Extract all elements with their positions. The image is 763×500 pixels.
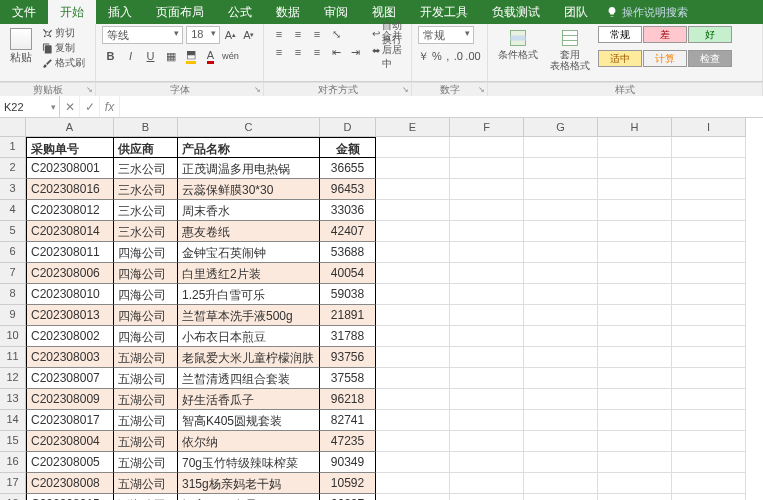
row-header-1[interactable]: 1 — [0, 137, 26, 158]
cell-13D[interactable]: 96218 — [320, 389, 376, 410]
cell-17A[interactable]: C202308008 — [26, 473, 114, 494]
cell-13B[interactable]: 五湖公司 — [114, 389, 178, 410]
cell-16B[interactable]: 五湖公司 — [114, 452, 178, 473]
cell-4B[interactable]: 三水公司 — [114, 200, 178, 221]
cell-14D[interactable]: 82741 — [320, 410, 376, 431]
cell-10B[interactable]: 四海公司 — [114, 326, 178, 347]
cell-6G[interactable] — [524, 242, 598, 263]
cell-5E[interactable] — [376, 221, 450, 242]
cell-9C[interactable]: 兰皙草本洗手液500g — [178, 305, 320, 326]
cell-1I[interactable] — [672, 137, 746, 158]
cell-1F[interactable] — [450, 137, 524, 158]
cell-1E[interactable] — [376, 137, 450, 158]
cell-5D[interactable]: 42407 — [320, 221, 376, 242]
comma-button[interactable]: , — [445, 47, 452, 65]
cell-style-适中[interactable]: 适中 — [598, 50, 642, 67]
tab-数据[interactable]: 数据 — [264, 0, 312, 24]
cell-3H[interactable] — [598, 179, 672, 200]
cell-style-检查[interactable]: 检查 — [688, 50, 732, 67]
cell-8D[interactable]: 59038 — [320, 284, 376, 305]
cell-14G[interactable] — [524, 410, 598, 431]
row-header-7[interactable]: 7 — [0, 263, 26, 284]
cell-11A[interactable]: C202308003 — [26, 347, 114, 368]
cell-18D[interactable]: 66207 — [320, 494, 376, 500]
cell-6A[interactable]: C202308011 — [26, 242, 114, 263]
align-middle-button[interactable]: ≡ — [289, 26, 307, 42]
cell-2C[interactable]: 正茂调温多用电热锅 — [178, 158, 320, 179]
row-header-17[interactable]: 17 — [0, 473, 26, 494]
tab-团队[interactable]: 团队 — [552, 0, 600, 24]
cell-13H[interactable] — [598, 389, 672, 410]
cell-7E[interactable] — [376, 263, 450, 284]
cell-18H[interactable] — [598, 494, 672, 500]
cell-16D[interactable]: 90349 — [320, 452, 376, 473]
cell-11F[interactable] — [450, 347, 524, 368]
cell-17I[interactable] — [672, 473, 746, 494]
cell-8B[interactable]: 四海公司 — [114, 284, 178, 305]
cell-13E[interactable] — [376, 389, 450, 410]
orientation-button[interactable]: ⤡ — [327, 26, 345, 42]
row-header-8[interactable]: 8 — [0, 284, 26, 305]
col-header-H[interactable]: H — [598, 118, 672, 137]
font-color-button[interactable]: A — [202, 47, 220, 65]
cell-10C[interactable]: 小布衣日本煎豆 — [178, 326, 320, 347]
cell-1D[interactable]: 金额 — [320, 137, 376, 158]
cell-8I[interactable] — [672, 284, 746, 305]
tab-页面布局[interactable]: 页面布局 — [144, 0, 216, 24]
tab-开始[interactable]: 开始 — [48, 0, 96, 24]
cell-12I[interactable] — [672, 368, 746, 389]
fill-color-button[interactable]: ⬒ — [182, 47, 200, 65]
cell-1H[interactable] — [598, 137, 672, 158]
cell-5B[interactable]: 三水公司 — [114, 221, 178, 242]
cell-17H[interactable] — [598, 473, 672, 494]
cell-3B[interactable]: 三水公司 — [114, 179, 178, 200]
row-header-10[interactable]: 10 — [0, 326, 26, 347]
cell-11I[interactable] — [672, 347, 746, 368]
cell-11B[interactable]: 五湖公司 — [114, 347, 178, 368]
indent-left-button[interactable]: ⇤ — [327, 44, 345, 60]
cell-9I[interactable] — [672, 305, 746, 326]
cell-11C[interactable]: 老鼠爱大米儿童柠檬润肤 — [178, 347, 320, 368]
decrease-font-button[interactable]: A▾ — [242, 26, 257, 44]
conditional-format-button[interactable]: 条件格式 — [494, 26, 542, 73]
tab-开发工具[interactable]: 开发工具 — [408, 0, 480, 24]
cell-6C[interactable]: 金钟宝石英闹钟 — [178, 242, 320, 263]
cell-9F[interactable] — [450, 305, 524, 326]
row-header-6[interactable]: 6 — [0, 242, 26, 263]
decrease-decimal-button[interactable]: .00 — [466, 47, 481, 65]
cell-3F[interactable] — [450, 179, 524, 200]
cell-15D[interactable]: 47235 — [320, 431, 376, 452]
cell-3A[interactable]: C202308016 — [26, 179, 114, 200]
col-header-A[interactable]: A — [26, 118, 114, 137]
cell-16I[interactable] — [672, 452, 746, 473]
cell-6I[interactable] — [672, 242, 746, 263]
col-header-D[interactable]: D — [320, 118, 376, 137]
cell-8G[interactable] — [524, 284, 598, 305]
cell-18A[interactable]: C202308015 — [26, 494, 114, 500]
cell-13C[interactable]: 好生活香瓜子 — [178, 389, 320, 410]
cell-2B[interactable]: 三水公司 — [114, 158, 178, 179]
cell-1C[interactable]: 产品名称 — [178, 137, 320, 158]
cell-13F[interactable] — [450, 389, 524, 410]
cell-12C[interactable]: 兰皙清透四组合套装 — [178, 368, 320, 389]
cell-17E[interactable] — [376, 473, 450, 494]
fx-button[interactable]: fx — [100, 96, 120, 117]
row-header-12[interactable]: 12 — [0, 368, 26, 389]
cell-15F[interactable] — [450, 431, 524, 452]
number-format-select[interactable]: 常规 — [418, 26, 474, 44]
cell-9G[interactable] — [524, 305, 598, 326]
cell-13G[interactable] — [524, 389, 598, 410]
cell-15A[interactable]: C202308004 — [26, 431, 114, 452]
cell-9E[interactable] — [376, 305, 450, 326]
cell-12H[interactable] — [598, 368, 672, 389]
cell-style-计算[interactable]: 计算 — [643, 50, 687, 67]
increase-decimal-button[interactable]: .0 — [454, 47, 464, 65]
cell-17C[interactable]: 315g杨亲妈老干妈 — [178, 473, 320, 494]
copy-button[interactable]: 复制 — [40, 41, 87, 55]
cell-2A[interactable]: C202308001 — [26, 158, 114, 179]
cell-2D[interactable]: 36655 — [320, 158, 376, 179]
cell-8E[interactable] — [376, 284, 450, 305]
cell-14F[interactable] — [450, 410, 524, 431]
cell-18G[interactable] — [524, 494, 598, 500]
cell-4I[interactable] — [672, 200, 746, 221]
